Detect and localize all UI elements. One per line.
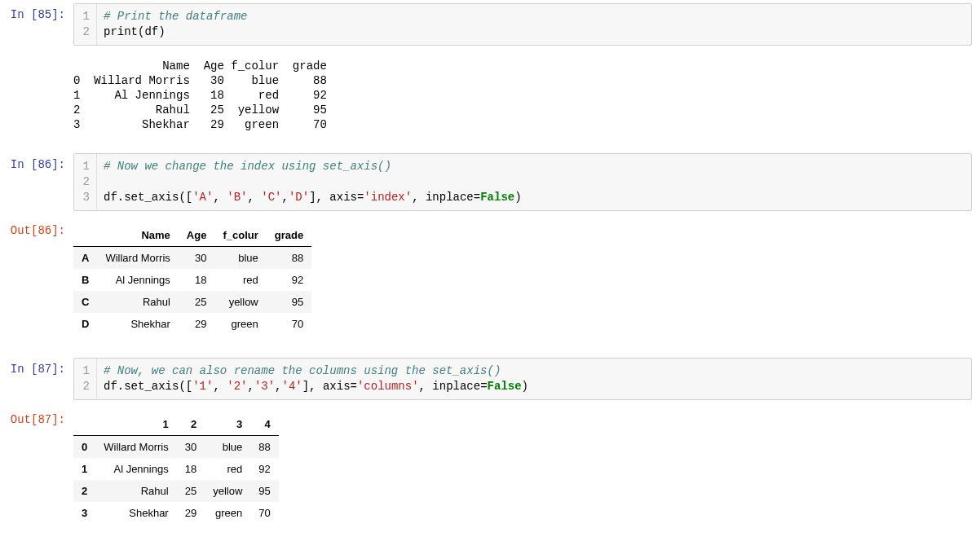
line-gutter: 1 2 [74,4,97,45]
code-input-86[interactable]: 1 2 3 # Now we change the index using se… [73,153,972,211]
empty-prompt [0,54,73,59]
dataframe-table-86: Name Age f_colur grade A Willard Morris3… [73,224,311,335]
table-row: B Al Jennings18red92 [73,269,311,291]
table-row: A Willard Morris30blue88 [73,247,311,270]
code-input-87[interactable]: 1 2 # Now, we can also rename the column… [73,358,972,400]
table-row: C Rahul25yellow95 [73,291,311,313]
table-row: 3 Shekhar29green70 [73,502,279,524]
code-cell-85: In [85]: 1 2 # Print the dataframe print… [0,0,980,49]
code-cell-87: In [87]: 1 2 # Now, we can also rename t… [0,354,980,403]
output-cell-85: Name Age f_colur grade 0 Willard Morris … [0,51,980,148]
stdout-output: Name Age f_colur grade 0 Willard Morris … [73,54,972,145]
dataframe-table-87: 1 2 3 4 0 Willard Morris30blue88 1 Al Je… [73,413,279,524]
line-gutter: 1 2 [74,359,97,399]
table-row: D Shekhar29green70 [73,313,311,335]
code-text[interactable]: # Print the dataframe print(df) [97,4,971,45]
table-row: 1 Al Jennings18red92 [73,458,279,480]
code-input-85[interactable]: 1 2 # Print the dataframe print(df) [73,3,972,46]
table-header-row: Name Age f_colur grade [73,224,311,247]
line-gutter: 1 2 3 [74,154,97,210]
output-cell-86: Out[86]: Name Age f_colur grade A Willar… [0,216,980,353]
out-prompt-87: Out[87]: [0,408,73,426]
in-prompt-87: In [87]: [0,358,73,376]
in-prompt-85: In [85]: [0,3,73,21]
table-row: 2 Rahul25yellow95 [73,480,279,502]
code-text[interactable]: # Now we change the index using set_axis… [97,154,971,210]
output-cell-87: Out[87]: 1 2 3 4 0 Willard Morris30blue8… [0,405,980,537]
table-header-row: 1 2 3 4 [73,413,279,436]
out-prompt-86: Out[86]: [0,219,73,237]
code-text[interactable]: # Now, we can also rename the columns us… [97,359,971,399]
code-cell-86: In [86]: 1 2 3 # Now we change the index… [0,150,980,214]
in-prompt-86: In [86]: [0,153,73,171]
table-row: 0 Willard Morris30blue88 [73,436,279,459]
